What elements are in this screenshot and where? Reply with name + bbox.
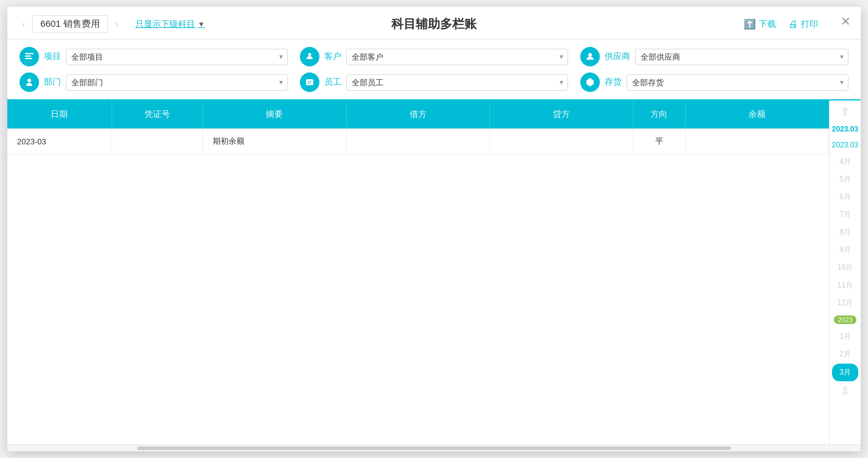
col-direction: 方向 — [633, 100, 686, 129]
timeline-label: 8月 — [839, 228, 851, 236]
show-sub-button[interactable]: 只显示下级科目 ▼ — [135, 19, 205, 30]
print-icon: 🖨 — [788, 19, 798, 30]
project-select[interactable]: 全部项目 — [66, 49, 288, 65]
timeline-item-11[interactable]: 11月 — [830, 277, 861, 294]
svg-rect-2 — [25, 58, 32, 59]
close-button[interactable]: ✕ — [841, 14, 851, 29]
timeline-item-2[interactable]: 2月 — [830, 345, 861, 363]
timeline-label: 1月 — [839, 332, 851, 340]
timeline-label: 5月 — [839, 175, 851, 183]
next-account-button[interactable]: › — [113, 18, 121, 31]
account-code: 6601 销售费用 — [32, 15, 108, 33]
col-date: 日期 — [7, 100, 112, 129]
download-label: 下载 — [759, 19, 776, 30]
inventory-icon — [580, 72, 600, 92]
employee-select[interactable]: 全部员工 — [346, 74, 568, 91]
modal-container: ‹ 6601 销售费用 › 只显示下级科目 ▼ 科目辅助多栏账 ⬆️ 下载 🖨 … — [7, 7, 861, 451]
chevron-down-icon: ▼ — [197, 20, 205, 29]
filter-department: 部门 全部部门 — [20, 72, 288, 92]
cell-direction: 平 — [633, 129, 686, 155]
timeline-item-2023-03-top[interactable]: 2023.03 — [830, 121, 861, 137]
col-credit: 贷方 — [489, 100, 633, 129]
timeline-label: 2023.03 — [832, 125, 858, 133]
filter-project: 项目 全部项目 — [20, 47, 288, 66]
download-button[interactable]: ⬆️ 下载 — [744, 18, 776, 30]
cell-debit — [346, 129, 489, 155]
cell-date: 2023-03 — [7, 129, 112, 155]
timeline-label: 3月 — [839, 368, 851, 376]
inventory-select-wrapper: 全部存货 — [627, 74, 848, 91]
filter-supplier: 供应商 全部供应商 — [580, 47, 848, 66]
filter-inventory: 存货 全部存货 — [580, 72, 848, 92]
download-icon: ⬆️ — [744, 18, 756, 30]
cell-voucher — [112, 129, 203, 155]
timeline-label: 6月 — [839, 192, 851, 201]
horizontal-scrollbar[interactable] — [7, 444, 861, 451]
department-label: 部门 — [44, 77, 61, 88]
project-icon — [20, 47, 39, 66]
customer-select[interactable]: 全部客户 — [346, 49, 568, 65]
col-voucher: 凭证号 — [112, 100, 203, 129]
timeline-item-7[interactable]: 7月 — [830, 206, 861, 224]
timeline-label: 12月 — [838, 298, 853, 307]
print-button[interactable]: 🖨 打印 — [788, 19, 818, 30]
cell-balance — [685, 129, 828, 155]
employee-icon — [300, 72, 319, 92]
inventory-select[interactable]: 全部存货 — [627, 74, 848, 91]
timeline-item-6[interactable]: 6月 — [830, 188, 861, 206]
svg-point-4 — [27, 79, 31, 82]
col-summary: 摘要 — [203, 100, 346, 129]
svg-rect-0 — [25, 53, 34, 54]
col-balance: 余额 — [685, 100, 828, 129]
customer-select-wrapper: 全部客户 — [346, 49, 568, 65]
content-area: 日期 凭证号 摘要 借方 贷方 方向 余额 2023-03 期初余额 — [7, 100, 861, 444]
timeline-item-2023-03-b[interactable]: 2023.03 — [830, 137, 861, 153]
table-row: 2023-03 期初余额 平 — [7, 129, 829, 155]
svg-point-3 — [588, 53, 592, 57]
timeline-item-3-active[interactable]: 3月 — [832, 364, 858, 381]
title-actions: ⬆️ 下载 🖨 打印 — [744, 18, 848, 30]
timeline-year-2023: 2023 — [830, 312, 861, 328]
department-select[interactable]: 全部部门 — [66, 74, 288, 91]
page-title: 科目辅助多栏账 — [391, 16, 477, 32]
timeline-item-10[interactable]: 10月 — [830, 259, 861, 277]
customer-label: 客户 — [324, 51, 341, 62]
project-label: 项目 — [44, 51, 61, 62]
svg-rect-1 — [25, 55, 31, 57]
ledger-table: 日期 凭证号 摘要 借方 贷方 方向 余额 2023-03 期初余额 — [7, 100, 829, 155]
table-container[interactable]: 日期 凭证号 摘要 借方 贷方 方向 余额 2023-03 期初余额 — [7, 100, 829, 444]
employee-select-wrapper: 全部员工 — [346, 74, 568, 91]
prev-account-button[interactable]: ‹ — [20, 18, 27, 31]
timeline-label: 4月 — [839, 157, 851, 166]
department-icon — [20, 72, 39, 92]
print-label: 打印 — [801, 19, 818, 30]
timeline-item-8[interactable]: 8月 — [830, 224, 861, 241]
timeline-item-5[interactable]: 5月 — [830, 171, 861, 188]
table-header-row: 日期 凭证号 摘要 借方 贷方 方向 余额 — [7, 100, 829, 129]
filter-employee: 员工 全部员工 — [300, 72, 568, 92]
timeline-label: 7月 — [839, 210, 851, 219]
col-debit: 借方 — [346, 100, 489, 129]
timeline-item-9[interactable]: 9月 — [830, 241, 861, 259]
cell-credit — [489, 129, 633, 155]
supplier-select[interactable]: 全部供应商 — [635, 49, 848, 65]
supplier-select-wrapper: 全部供应商 — [635, 49, 848, 65]
show-sub-label: 只显示下级科目 — [135, 19, 195, 30]
customer-icon — [300, 47, 319, 66]
title-left: ‹ 6601 销售费用 › 只显示下级科目 ▼ — [20, 15, 205, 33]
inventory-label: 存货 — [605, 77, 622, 88]
cell-summary: 期初余额 — [203, 129, 346, 155]
year-badge: 2023 — [834, 315, 856, 324]
svg-rect-5 — [306, 79, 313, 85]
department-select-wrapper: 全部部门 — [66, 74, 288, 91]
timeline-label: 10月 — [838, 263, 853, 272]
timeline-down-button[interactable]: ⇩ — [838, 382, 852, 400]
timeline-label: 2023.03 — [832, 141, 858, 149]
timeline-up-button[interactable]: ⇧ — [838, 103, 852, 121]
project-select-wrapper: 全部项目 — [66, 49, 288, 65]
timeline-item-12[interactable]: 12月 — [830, 294, 861, 312]
timeline-item-1[interactable]: 1月 — [830, 328, 861, 345]
timeline-label: 2月 — [839, 350, 851, 358]
timeline-item-4[interactable]: 4月 — [830, 153, 861, 171]
timeline-label: 11月 — [838, 281, 853, 289]
